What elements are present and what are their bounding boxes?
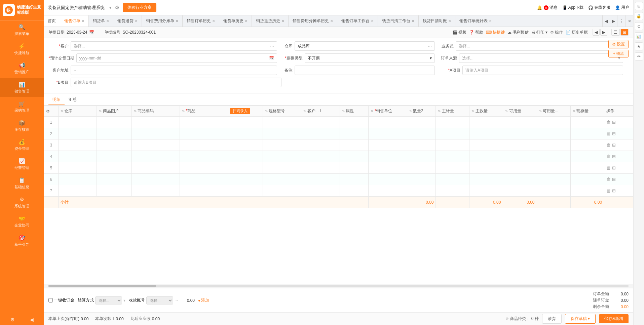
tab-fee-split[interactable]: 销售费用分摊单 ✕ bbox=[142, 15, 183, 27]
row-unit[interactable] bbox=[369, 185, 407, 197]
tab-return-history-close[interactable]: ✕ bbox=[281, 19, 284, 23]
row-spec[interactable] bbox=[263, 174, 301, 185]
tab-sales-order-close[interactable]: ✕ bbox=[82, 19, 84, 23]
detail-tab-mingxi[interactable]: 明细 bbox=[48, 95, 65, 105]
detail-tab-huizong[interactable]: 汇总 bbox=[65, 95, 81, 105]
row-qty2[interactable] bbox=[407, 162, 436, 174]
row-unit[interactable] bbox=[369, 162, 407, 174]
row-warehouse[interactable] bbox=[58, 117, 97, 128]
customer-input[interactable]: 选择... ··· bbox=[71, 41, 277, 51]
online-service-btn[interactable]: 🎧 在线客服 bbox=[588, 5, 610, 10]
row-warehouse[interactable] bbox=[58, 185, 97, 197]
row-product[interactable] bbox=[180, 185, 228, 197]
row-spec[interactable] bbox=[263, 139, 301, 151]
row-spec[interactable] bbox=[263, 185, 301, 197]
print-dropdown-icon[interactable]: ▾ bbox=[545, 30, 547, 35]
row-unit[interactable] bbox=[369, 117, 407, 128]
sidebar-item-operation[interactable]: 📈 经营管理 bbox=[0, 155, 44, 174]
payment-method-select[interactable]: 选择... bbox=[95, 296, 122, 304]
row-attr[interactable] bbox=[340, 162, 369, 174]
tab-home[interactable]: 首页 bbox=[44, 15, 60, 27]
row-custom[interactable] bbox=[301, 174, 340, 185]
tab-slip-history[interactable]: 销货单历史 ✕ bbox=[219, 15, 252, 27]
scan-btn[interactable]: 扫码录入 bbox=[230, 108, 250, 114]
row-delete-icon[interactable]: 🗑 bbox=[606, 188, 611, 193]
tab-fee-split-history[interactable]: 销售费用分摊单历史 ✕ bbox=[289, 15, 337, 27]
row-product[interactable] bbox=[180, 139, 228, 151]
row-copy-icon[interactable]: ⊞ bbox=[612, 165, 616, 170]
print-btn[interactable]: 🖨 打印 ▾ bbox=[531, 30, 547, 35]
topbar-settings-icon[interactable]: ⚙ bbox=[115, 4, 119, 11]
row-warehouse[interactable] bbox=[58, 139, 97, 151]
row-unit[interactable] bbox=[369, 174, 407, 185]
row-spec[interactable] bbox=[263, 162, 301, 174]
address-input[interactable]: ··· bbox=[71, 66, 277, 75]
tab-scroll-right[interactable]: ▶ bbox=[610, 15, 617, 27]
profit-btn[interactable]: ☁ 毛利预估 bbox=[507, 30, 529, 35]
tab-fee-split-close[interactable]: ✕ bbox=[176, 19, 178, 23]
row-main-qty[interactable] bbox=[469, 128, 503, 139]
row-unit[interactable] bbox=[369, 128, 407, 139]
tab-fee-split-history-close[interactable]: ✕ bbox=[330, 19, 333, 23]
nav-next-btn[interactable]: ▶ bbox=[600, 29, 607, 36]
save-new-btn[interactable]: 保存&新增 bbox=[599, 314, 629, 323]
sidebar-collapse-btn[interactable]: ◀ bbox=[30, 317, 34, 322]
warehouse-input[interactable]: 成品库 ··· bbox=[295, 41, 435, 51]
row-delete-icon[interactable]: 🗑 bbox=[606, 131, 611, 136]
row-attr[interactable] bbox=[340, 151, 369, 162]
app-download-btn[interactable]: 📱 App下载 bbox=[562, 5, 583, 10]
scroll-thumb[interactable] bbox=[48, 285, 156, 287]
a-project-input[interactable]: 请输入A项目 bbox=[462, 66, 623, 75]
list-view-btn[interactable]: ☰ bbox=[611, 29, 620, 36]
row-warehouse[interactable] bbox=[58, 162, 97, 174]
scroll-row[interactable] bbox=[44, 284, 633, 288]
one-click-deposit-check[interactable]: 一键收订金 bbox=[48, 297, 74, 303]
invoice-type-select[interactable]: 不开票 ▾ bbox=[305, 53, 435, 63]
topbar-solution-btn[interactable]: 体验行业方案 bbox=[123, 3, 156, 12]
row-warehouse[interactable] bbox=[58, 174, 97, 185]
row-main-qty[interactable] bbox=[469, 139, 503, 151]
sidebar-item-nav[interactable]: ⚡ 快捷导航 bbox=[0, 40, 44, 59]
row-product[interactable] bbox=[180, 128, 228, 139]
row-custom[interactable] bbox=[301, 128, 340, 139]
row-custom[interactable] bbox=[301, 117, 340, 128]
tab-cash-workbench[interactable]: 钱货日清工作台 ✕ bbox=[378, 15, 419, 27]
history-btn[interactable]: 📄 历史单据 bbox=[566, 30, 588, 35]
one-click-checkbox[interactable] bbox=[48, 298, 53, 302]
row-attr[interactable] bbox=[340, 139, 369, 151]
row-custom[interactable] bbox=[301, 139, 340, 151]
notification-btn[interactable]: 🔔 8 消息 bbox=[537, 5, 558, 10]
tab-sales-slip[interactable]: 销货单 ✕ bbox=[89, 15, 113, 27]
tab-return-close[interactable]: ✕ bbox=[135, 19, 138, 23]
row-attr[interactable] bbox=[340, 117, 369, 128]
tab-order-history[interactable]: 销售订单历史 ✕ bbox=[183, 15, 219, 27]
tab-order-stat-close[interactable]: ✕ bbox=[489, 19, 492, 23]
tab-order-workbench[interactable]: 销售订单工作台 ✕ bbox=[337, 15, 378, 27]
notes-input[interactable] bbox=[295, 66, 435, 75]
row-qty2[interactable] bbox=[407, 151, 436, 162]
sidebar-item-search[interactable]: 🔍 搜索菜单 bbox=[0, 21, 44, 40]
row-spec[interactable] bbox=[263, 151, 301, 162]
tab-return-history[interactable]: 销货退货历史 ✕ bbox=[252, 15, 289, 27]
b-project-input[interactable]: 请输入B项目 bbox=[71, 78, 281, 87]
row-code[interactable] bbox=[131, 174, 180, 185]
number-value[interactable]: SO-20230324-001 bbox=[122, 30, 156, 35]
row-product[interactable] bbox=[180, 162, 228, 174]
row-product[interactable] bbox=[180, 151, 228, 162]
sidebar-item-sales[interactable]: 📊 销售管理 bbox=[0, 78, 44, 97]
row-qty2[interactable] bbox=[407, 128, 436, 139]
row-product[interactable] bbox=[180, 174, 228, 185]
sidebar-item-finance[interactable]: 💰 资金管理 bbox=[0, 135, 44, 155]
row-qty2[interactable] bbox=[407, 185, 436, 197]
right-panel-icon-2[interactable]: 🔒 bbox=[635, 12, 643, 20]
tab-scroll-left[interactable]: ◀ bbox=[602, 15, 610, 27]
row-code[interactable] bbox=[131, 117, 180, 128]
tab-sales-order[interactable]: 销售订单 ✕ bbox=[60, 15, 89, 27]
add-material-btn[interactable]: + 物流 bbox=[608, 50, 629, 57]
sidebar-item-purchase[interactable]: 🛒 采购管理 bbox=[0, 97, 44, 116]
calendar-icon[interactable]: 📅 bbox=[89, 30, 94, 35]
tab-sales-slip-close[interactable]: ✕ bbox=[106, 19, 109, 23]
row-copy-icon[interactable]: ⊞ bbox=[612, 177, 616, 182]
tab-order-stat[interactable]: 销售订单统计表 ✕ bbox=[455, 15, 496, 27]
row-attr[interactable] bbox=[340, 174, 369, 185]
